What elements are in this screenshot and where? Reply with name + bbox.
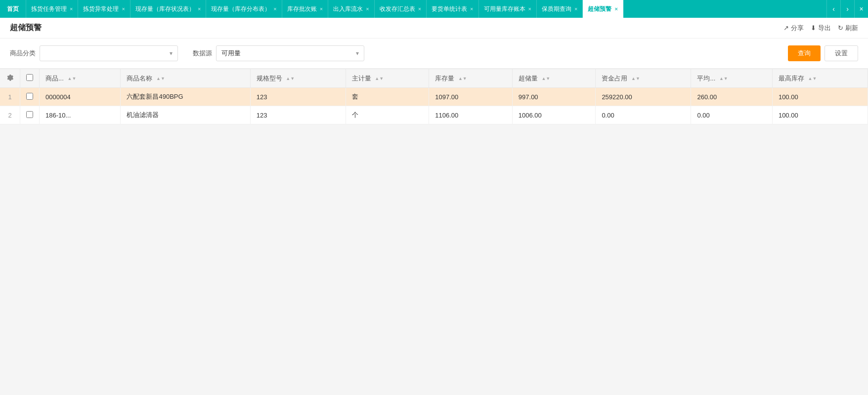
checkbox-all[interactable] [26,74,33,81]
refresh-icon: ↻ [838,24,843,32]
row-product-name: 机油滤清器 [121,106,250,124]
col-overstock[interactable]: 超储量 ▲▼ [512,69,596,88]
nav-tab-abnormal[interactable]: 拣货异常处理 × [78,0,130,18]
nav-tab-batch-label: 库存批次账 [287,5,317,13]
row-checkbox-1[interactable] [26,111,33,118]
row-product-code: 0000004 [40,88,121,106]
filter-group-datasource: 数据源 可用量 ▾ [193,45,364,61]
row-unit: 个 [346,106,429,124]
row-avg: 0.00 [691,106,772,124]
nav-tab-avail[interactable]: 可用量库存账本 × [479,0,537,18]
col-spec[interactable]: 规格型号 ▲▼ [250,69,346,88]
col-product-code-sort-icon: ▲▼ [67,77,76,81]
row-max-stock: 100.00 [772,106,868,124]
settings-button[interactable]: 设置 [825,45,858,61]
col-max-stock-sort-icon: ▲▼ [808,77,817,81]
col-unit-sort-icon: ▲▼ [375,77,384,81]
row-overstock: 997.00 [512,88,596,106]
col-check-all[interactable] [20,69,40,88]
col-product-code[interactable]: 商品... ▲▼ [40,69,121,88]
col-spec-label: 规格型号 [257,75,282,82]
col-avg[interactable]: 平均... ▲▼ [691,69,772,88]
category-chevron-icon: ▾ [170,50,173,57]
col-capital-sort-icon: ▲▼ [631,77,640,81]
refresh-label: 刷新 [845,24,858,33]
col-product-name-sort-icon: ▲▼ [156,77,165,81]
col-unit[interactable]: 主计量 ▲▼ [346,69,429,88]
row-capital: 0.00 [596,106,691,124]
row-num: 2 [0,106,20,124]
nav-arrow-right[interactable]: › [840,0,854,18]
nav-tab-quality[interactable]: 保质期查询 × [537,0,583,18]
nav-tab-stock-status-label: 现存量（库存状况表） [135,5,195,13]
table-wrapper: 商品... ▲▼ 商品名称 ▲▼ 规格型号 ▲▼ 主计量 ▲▼ 库存量 ▲▼ [0,69,868,124]
nav-tab-avail-close[interactable]: × [528,6,531,12]
refresh-button[interactable]: ↻ 刷新 [838,24,858,33]
row-stock: 1106.00 [429,106,513,124]
page-title: 超储预警 [10,23,42,33]
nav-tab-recv[interactable]: 收发存汇总表 × [375,0,427,18]
nav-tab-batch-close[interactable]: × [320,6,323,12]
col-product-name[interactable]: 商品名称 ▲▼ [121,69,250,88]
nav-tab-inout[interactable]: 出入库流水 × [328,0,374,18]
nav-tab-overstock-label: 超储预警 [588,5,611,13]
share-button[interactable]: ↗ 分享 [783,24,804,33]
nav-tab-avail-label: 可用量库存账本 [484,5,525,13]
row-spec: 123 [250,88,346,106]
datasource-select-value: 可用量 [221,49,241,58]
row-stock: 1097.00 [429,88,513,106]
query-button[interactable]: 查询 [788,45,821,61]
row-num: 1 [0,88,20,106]
col-capital[interactable]: 资金占用 ▲▼ [596,69,691,88]
nav-tab-quality-label: 保质期查询 [542,5,571,13]
nav-tab-abnormal-close[interactable]: × [122,6,125,12]
nav-arrows: ‹ › × [826,0,868,18]
nav-tab-order-label: 要货单统计表 [432,5,467,13]
datasource-select[interactable]: 可用量 ▾ [216,45,364,61]
row-product-code: 186-10... [40,106,121,124]
col-unit-label: 主计量 [352,75,371,82]
nav-tab-stock-status-close[interactable]: × [198,6,201,12]
nav-tab-overstock[interactable]: 超储预警 × [583,0,623,18]
nav-tab-stock-dist-close[interactable]: × [273,6,276,12]
col-avg-label: 平均... [697,75,715,82]
nav-tab-task-close[interactable]: × [70,6,73,12]
category-select[interactable]: ▾ [40,45,178,61]
share-label: 分享 [791,24,804,33]
row-check-cell[interactable] [20,88,40,106]
page-header: 超储预警 ↗ 分享 ⬇ 导出 ↻ 刷新 [0,18,868,39]
row-capital: 259220.00 [596,88,691,106]
nav-tab-order-close[interactable]: × [470,6,473,12]
nav-arrow-left[interactable]: ‹ [826,0,840,18]
nav-tab-order[interactable]: 要货单统计表 × [427,0,478,18]
nav-tab-abnormal-label: 拣货异常处理 [83,5,119,13]
col-max-stock[interactable]: 最高库存 ▲▼ [772,69,868,88]
top-nav: 首页 拣货任务管理 × 拣货异常处理 × 现存量（库存状况表） × 现存量（库存… [0,0,868,18]
col-max-stock-label: 最高库存 [779,75,804,82]
nav-tab-home[interactable]: 首页 [0,0,26,18]
nav-tab-stock-dist-label: 现存量（库存分布表） [211,5,270,13]
nav-tab-stock-dist[interactable]: 现存量（库存分布表） × [206,0,282,18]
gear-icon[interactable] [6,74,14,81]
table-body: 1 0000004 六配套新昌490BPG 123 套 1097.00 997.… [0,88,868,124]
nav-tab-inout-close[interactable]: × [366,6,369,12]
row-checkbox-0[interactable] [26,93,33,100]
nav-arrow-close[interactable]: × [854,0,868,18]
overstock-table: 商品... ▲▼ 商品名称 ▲▼ 规格型号 ▲▼ 主计量 ▲▼ 库存量 ▲▼ [0,69,868,124]
share-icon: ↗ [783,24,789,32]
col-spec-sort-icon: ▲▼ [286,77,295,81]
nav-tab-quality-close[interactable]: × [574,6,577,12]
export-label: 导出 [818,24,831,33]
nav-tab-home-label: 首页 [7,5,19,13]
datasource-label: 数据源 [193,49,212,58]
nav-tab-task-label: 拣货任务管理 [31,5,67,13]
nav-tab-overstock-close[interactable]: × [614,6,617,12]
nav-tab-stock-status[interactable]: 现存量（库存状况表） × [130,0,206,18]
col-product-name-label: 商品名称 [127,75,152,82]
row-check-cell[interactable] [20,106,40,124]
col-stock[interactable]: 库存量 ▲▼ [429,69,513,88]
nav-tab-task[interactable]: 拣货任务管理 × [26,0,78,18]
nav-tab-recv-close[interactable]: × [418,6,421,12]
export-button[interactable]: ⬇ 导出 [811,24,831,33]
nav-tab-batch[interactable]: 库存批次账 × [282,0,328,18]
